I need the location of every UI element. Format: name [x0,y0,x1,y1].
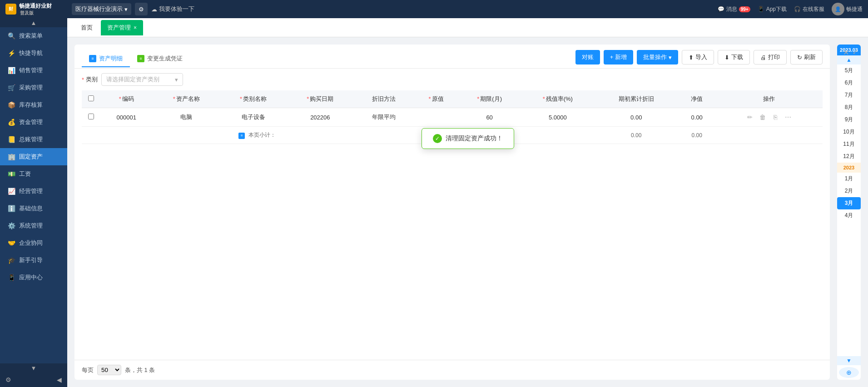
sidebar-item-quick-nav[interactable]: ⚡ 快捷导航 [0,45,67,62]
cal-month-7[interactable]: 7月 [837,89,861,101]
cal-month-10[interactable]: 10月 [837,126,861,138]
sidebar-item-inventory[interactable]: 📦 库存核算 [0,96,67,114]
user-area[interactable]: 👤 畅捷通 [832,3,863,15]
sidebar-item-purchase[interactable]: 🛒 采购管理 [0,79,67,96]
sidebar-item-label: 资金管理 [19,118,43,126]
cal-month-1[interactable]: 1月 [837,173,861,185]
reconcile-button[interactable]: 对账 [575,50,600,64]
td-accumulated-depreciation: 0.00 [595,108,678,127]
app-download-button[interactable]: 📱 App下载 [758,5,787,13]
sidebar-item-operations[interactable]: 📈 经营管理 [0,183,67,200]
per-page-select[interactable]: 50 100 [97,365,121,375]
category-filter-select[interactable]: 请选择固定资产类别 ▾ [101,73,183,86]
more-icon[interactable]: ⋯ [784,113,793,122]
sidebar-item-label: 销售管理 [19,66,43,74]
sidebar-item-label: 系统管理 [19,222,43,230]
calendar-scroll-up[interactable]: ▲ [837,55,861,64]
fixed-assets-icon: 🏢 [7,153,15,161]
sidebar-item-fixed-assets[interactable]: 🏢 固定资产 [0,148,67,165]
sidebar-collapse-icon[interactable]: ◀ [57,376,62,383]
sidebar-item-label: 库存核算 [19,101,43,109]
sys-icon: ⚙️ [7,222,15,230]
cal-month-3-current[interactable]: 3月 [837,197,861,209]
sidebar-item-search[interactable]: 🔍 搜索菜单 [0,27,67,45]
sidebar-item-ledger[interactable]: 📒 总账管理 [0,131,67,148]
cal-month-11[interactable]: 11月 [837,138,861,150]
sub-tab-asset-detail[interactable]: ≡ 资产明细 [82,51,130,67]
select-all-checkbox[interactable] [88,95,94,101]
cal-month-4[interactable]: 4月 [837,209,861,222]
calendar-scroll-down[interactable]: ▼ [837,356,861,365]
download-button[interactable]: ⬇ 下载 [718,50,750,64]
panel-expand-button[interactable]: ⤢ [853,48,858,55]
print-button[interactable]: 🖨 打印 [754,50,787,64]
messages-badge: 99+ [739,6,750,12]
th-actions: 操作 [715,90,823,108]
settings-button[interactable]: ⚙ [135,3,148,15]
payroll-icon: 💵 [7,170,15,178]
cal-year-2023[interactable]: 2023 [837,163,861,173]
tab-asset-mgmt[interactable]: 资产管理 × [101,20,143,35]
td-depreciation-method: 年限平均 [353,108,414,127]
row-checkbox[interactable] [88,114,94,119]
th-original-value: *原值 [414,90,458,108]
sidebar-item-sales[interactable]: 📊 销售管理 [0,62,67,79]
top-right-actions: 💬 消息 99+ 📱 App下载 🎧 在线客服 👤 畅捷通 [718,3,863,15]
td-original-value [414,108,458,127]
company-name: 医疗器械行业演示 [75,5,123,13]
cal-month-9[interactable]: 9月 [837,114,861,126]
td-name: 电脑 [153,108,220,127]
tab-close-icon[interactable]: × [134,25,137,31]
sub-tab-change-voucher[interactable]: ≡ 变更生成凭证 [130,51,190,67]
cal-month-2[interactable]: 2月 [837,185,861,197]
delete-icon[interactable]: 🗑 [758,113,767,122]
sidebar-scroll-up[interactable]: ▲ [0,18,67,27]
tab-home[interactable]: 首页 [74,20,99,35]
operations-icon: 📈 [7,187,15,195]
th-purchase-date: *购买日期 [287,90,353,108]
td-subtotal-label: ≡ 本页小计： [100,127,414,144]
sidebar-scroll-down[interactable]: ▼ [0,363,67,372]
capital-icon: 💰 [7,118,15,126]
calendar-bottom-button[interactable]: ⊕ [839,367,859,378]
th-accumulated-depreciation: 期初累计折旧 [595,90,678,108]
total-label: 条，共 1 条 [125,366,155,374]
copy-icon[interactable]: ⎘ [771,113,780,122]
refresh-icon: ↻ [797,54,802,61]
td-residual-rate: 5.0000 [521,108,594,127]
tab-asset-mgmt-label: 资产管理 [107,24,131,32]
sidebar-item-app-center[interactable]: 📱 应用中心 [0,269,67,286]
sidebar: ▲ 🔍 搜索菜单 ⚡ 快捷导航 📊 销售管理 🛒 采购管理 📦 库存核算 [0,18,67,387]
sidebar-item-enterprise[interactable]: 🤝 企业协同 [0,234,67,252]
toast-message: 清理固定资产成功！ [446,134,503,143]
calendar-panel: ✕ ⤢ 2023.03 ▲ 5月 6月 7月 8月 9月 10月 11月 12月… [837,45,861,380]
base-info-icon: ℹ️ [7,204,15,213]
edit-icon[interactable]: ✏ [745,113,754,122]
toast-check-icon: ✓ [433,134,442,143]
online-service-button[interactable]: 🎧 在线客服 [794,5,824,13]
app-center-icon: 📱 [7,273,15,282]
top-center: 医疗器械行业演示 ▾ ⚙ ☁ 我要体验一下 [64,3,718,15]
cal-month-5[interactable]: 5月 [837,64,861,77]
sidebar-bottom: ⚙ ◀ [0,372,67,387]
cal-month-8[interactable]: 8月 [837,101,861,114]
refresh-label: 刷新 [804,53,816,61]
sidebar-settings-icon[interactable]: ⚙ [5,376,11,383]
experience-button[interactable]: ☁ 我要体验一下 [151,5,194,13]
company-selector[interactable]: 医疗器械行业演示 ▾ [72,3,131,15]
messages-button[interactable]: 💬 消息 99+ [718,5,750,13]
batch-ops-button[interactable]: 批量操作 ▾ [637,50,678,64]
sidebar-item-sys-mgmt[interactable]: ⚙️ 系统管理 [0,217,67,234]
td-actions: ✏ 🗑 ⎘ ⋯ [715,108,823,127]
sidebar-item-guide[interactable]: 🎓 新手引导 [0,252,67,269]
cal-month-12[interactable]: 12月 [837,150,861,163]
import-button[interactable]: ⬆ 导入 [682,50,714,64]
refresh-button[interactable]: ↻ 刷新 [790,50,823,64]
sidebar-item-payroll[interactable]: 💵 工资 [0,165,67,183]
cal-month-6[interactable]: 6月 [837,77,861,89]
new-button[interactable]: + 新增 [604,50,633,64]
sidebar-item-base-info[interactable]: ℹ️ 基础信息 [0,200,67,217]
sidebar-item-capital[interactable]: 💰 资金管理 [0,114,67,131]
subtotal-icon: ≡ [238,133,245,139]
panel-close-button[interactable]: ✕ [843,48,849,57]
